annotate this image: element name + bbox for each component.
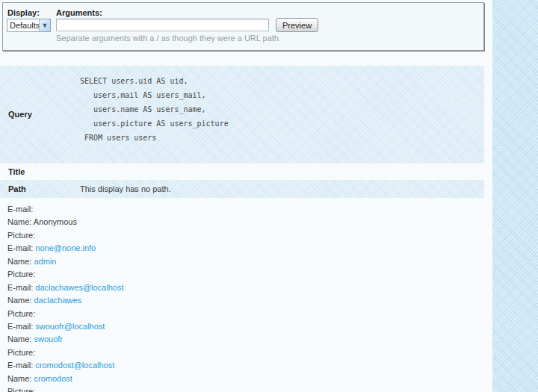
query-label: Query [0,66,80,163]
field-picture: Picture: [7,229,123,242]
email-field-label: E-mail: [7,361,33,370]
title-label: Title [0,164,80,180]
name-field-label: Name: [7,296,31,305]
name-link[interactable]: swouofr [34,335,63,343]
picture-field-label: Picture: [7,231,35,240]
email-field-label: E-mail: [7,322,33,331]
name-link[interactable]: cromodost [34,374,72,383]
email-link[interactable]: none@none.info [35,243,96,252]
name-field-label: Name: [7,374,31,383]
name-field-label: Name: [7,257,31,266]
field-picture: Picture: [7,385,123,392]
preview-form: Display: Arguments: Defaults ▼ Preview S… [2,2,484,51]
field-email: E-mail: cromodost@localhost [7,359,123,372]
display-select-value: Defaults [7,21,39,30]
query-sql: SELECT users.uid AS uid, users.mail AS u… [80,66,229,145]
picture-field-label: Picture: [7,348,35,357]
email-link[interactable]: daclachawes@localhost [35,283,123,292]
name-field-label: Name: [7,335,31,343]
chevron-down-icon: ▼ [39,19,50,31]
picture-field-label: Picture: [7,270,35,279]
display-select[interactable]: Defaults ▼ [7,19,51,32]
path-label: Path [0,180,80,198]
field-name: Name: daclachawes [7,294,123,307]
field-email: E-mail: [7,203,123,216]
display-label: Display: [7,8,40,17]
field-name: Name: Anonymous [7,216,123,228]
arguments-input[interactable] [56,19,269,31]
field-name: Name: swouofr [7,333,123,346]
field-name: Name: cromodost [7,373,123,385]
field-picture: Picture: [7,346,123,359]
arguments-label: Arguments: [56,8,102,17]
display-info-rows: Query SELECT users.uid AS uid, users.mai… [0,66,484,198]
path-content: This display has no path. [80,180,484,198]
views-preview-page: Display: Arguments: Defaults ▼ Preview S… [0,0,538,392]
field-picture: Picture: [7,268,123,281]
query-row: Query SELECT users.uid AS uid, users.mai… [0,66,484,163]
email-field-label: E-mail: [7,283,33,292]
arguments-help-text: Separate arguments with a / as though th… [56,34,281,43]
field-picture: Picture: [7,308,123,320]
name-value: Anonymous [34,217,77,226]
field-email: E-mail: swouofr@localhost [7,320,123,333]
name-field-label: Name: [7,217,31,226]
email-field-label: E-mail: [7,205,33,214]
preview-button[interactable]: Preview [276,18,318,32]
page-background-column [492,0,538,392]
field-email: E-mail: daclachawes@localhost [7,281,123,294]
picture-field-label: Picture: [7,387,35,392]
email-link[interactable]: cromodost@localhost [35,361,114,370]
picture-field-label: Picture: [7,309,35,318]
name-link[interactable]: admin [34,257,56,266]
email-link[interactable]: swouofr@localhost [35,322,105,331]
name-link[interactable]: daclachawes [34,296,81,305]
field-name: Name: admin [7,255,123,268]
preview-results: E-mail:Name: AnonymousPicture:E-mail: no… [7,203,123,392]
email-field-label: E-mail: [7,243,33,252]
title-row: Title [0,163,484,180]
field-email: E-mail: none@none.info [7,242,123,255]
path-row: Path This display has no path. [0,180,484,198]
